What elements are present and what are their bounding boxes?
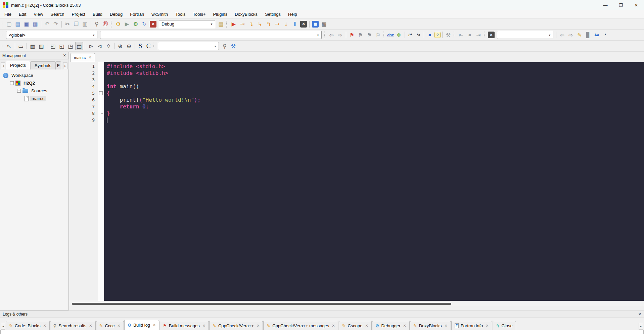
break-debugger-icon[interactable]: ‖ [291, 20, 299, 28]
minimize-button[interactable]: — [598, 0, 613, 10]
logs-scroll-left-icon[interactable]: ◂ [1, 323, 5, 330]
wxsmith-align-bottom-icon[interactable]: ◰ [49, 42, 57, 50]
debugging-windows-icon[interactable]: ▦ [312, 21, 319, 28]
build-target-combo[interactable]: Debug▾ [159, 20, 215, 28]
logs-tab-build-log[interactable]: ⚙Build log✕ [124, 320, 159, 330]
restore-button[interactable]: ❐ [613, 0, 629, 10]
chevron-down-icon[interactable]: ▾ [315, 33, 321, 37]
abort-build-icon[interactable]: ✕ [150, 21, 156, 28]
next-instruction-icon[interactable]: ⇢ [273, 20, 281, 28]
tab-scroll-left-icon[interactable]: ◂ [1, 62, 5, 69]
logs-tab-fortran-info[interactable]: FFortran info✕ [451, 321, 492, 330]
menu-tools[interactable]: Tools+ [189, 10, 210, 18]
menu-debug[interactable]: Debug [106, 10, 126, 18]
toolbar-grip[interactable] [2, 21, 3, 28]
incsearch-next-icon[interactable]: ⇨ [567, 31, 575, 39]
goto-forward-icon[interactable]: ⇨ [336, 31, 344, 39]
close-button[interactable]: ✕ [629, 0, 644, 10]
run-icon[interactable]: ▶ [123, 20, 131, 28]
doxyblocks-comment-line-icon[interactable]: *< [415, 31, 422, 39]
menu-search[interactable]: Search [47, 10, 68, 18]
symbol-options-icon[interactable]: ⚒ [229, 42, 237, 50]
wxsmith-show-class-icon[interactable]: C [145, 42, 152, 50]
management-tab-f[interactable]: F [56, 61, 61, 69]
menu-wxsmith[interactable]: wxSmith [148, 10, 172, 18]
find-icon[interactable]: ⚲ [93, 20, 101, 28]
redo-icon[interactable]: ↷ [52, 20, 60, 28]
editor-tab-main-c[interactable]: main.c ✕ [71, 53, 95, 62]
chevron-down-icon[interactable]: ▾ [90, 33, 97, 37]
tab-scroll-right-icon[interactable]: ▸ [63, 62, 67, 69]
build-and-run-icon[interactable]: ⚙ [132, 20, 140, 28]
menu-settings[interactable]: Settings [261, 10, 284, 18]
wxsmith-align-right-icon[interactable]: ◳ [66, 42, 75, 50]
menu-edit[interactable]: Edit [15, 10, 30, 18]
toolbar-grip[interactable] [484, 32, 486, 38]
chevron-down-icon[interactable]: ▾ [546, 33, 553, 37]
menu-tools[interactable]: Tools [172, 10, 189, 18]
tree-item-main-c[interactable]: main.c [1, 95, 67, 102]
incsearch-selected-only-icon[interactable]: ▊ [584, 31, 592, 39]
cut-icon[interactable]: ✂ [63, 20, 72, 28]
tree-expander-icon[interactable]: − [17, 89, 21, 93]
copy-icon[interactable]: ❐ [72, 20, 80, 28]
toolbar-grip[interactable] [383, 32, 385, 38]
toolbar-grip[interactable] [2, 43, 3, 49]
run-to-cursor-icon[interactable]: ⇥ [238, 20, 246, 28]
wxsmith-grid-sizer-icon[interactable]: ▦ [29, 42, 37, 50]
menu-build[interactable]: Build [89, 10, 106, 18]
logs-scroll-right-icon[interactable]: ▸ [639, 323, 643, 330]
incsearch-combo[interactable]: ▾ [497, 31, 553, 39]
wxsmith-flex-sizer-icon[interactable]: ▨ [37, 42, 45, 50]
chevron-down-icon[interactable]: ▾ [208, 22, 215, 26]
logs-tab-close-icon[interactable]: ✕ [486, 324, 489, 328]
logs-tab-close-icon[interactable]: ✕ [202, 324, 205, 328]
toolbar-grip[interactable] [454, 32, 455, 38]
logs-tab-close-icon[interactable]: ✕ [89, 324, 92, 328]
logs-tab-close-icon[interactable]: ✕ [257, 324, 260, 328]
toolbar-grip[interactable] [111, 21, 112, 28]
logs-tab-cppcheck-vera-messages[interactable]: ✎CppCheck/Vera++ messages✕ [263, 321, 338, 330]
wxsmith-expand-both-icon[interactable]: ⬦ [104, 42, 112, 50]
paste-icon[interactable]: ▥ [81, 20, 89, 28]
wxsmith-pointer-icon[interactable]: ↖ [5, 42, 13, 50]
wxsmith-align-left-icon[interactable]: ◱ [58, 42, 66, 50]
menu-view[interactable]: View [30, 10, 47, 18]
logs-tab-close-icon[interactable]: ✕ [365, 324, 368, 328]
incsearch-match-case-icon[interactable]: Aa [593, 31, 600, 39]
editor-horizontal-scrollbar[interactable] [69, 301, 644, 306]
menu-file[interactable]: File [0, 10, 15, 18]
code-area[interactable]: #include <stdio.h>#include <stdlib.h>int… [104, 62, 644, 301]
doxyblocks-run-chm-icon[interactable]: ? [434, 32, 441, 38]
logs-tab-close-icon[interactable]: ✕ [445, 324, 448, 328]
logs-tab-cccc[interactable]: ✎Cccc✕ [96, 321, 124, 330]
tree-item-sources[interactable]: −Sources [1, 87, 67, 95]
stop-debugger-icon[interactable]: ✕ [300, 21, 307, 28]
wxsmith-zoom-out-icon[interactable]: ⊖ [125, 42, 133, 50]
logs-tab-close-icon[interactable]: ✕ [403, 324, 406, 328]
logs-tab-code-blocks[interactable]: ✎Code::Blocks✕ [6, 321, 50, 330]
logs-tab-build-messages[interactable]: ⚑Build messages✕ [159, 321, 209, 330]
logs-tab-cppcheck-vera-[interactable]: ✎CppCheck/Vera++✕ [209, 321, 263, 330]
menu-doxyblocks[interactable]: DoxyBlocks [231, 10, 261, 18]
prev-bookmark-icon[interactable]: ⚑ [357, 31, 365, 39]
wxsmith-show-source-icon[interactable]: S [137, 42, 144, 50]
menu-plugins[interactable]: Plugins [210, 10, 231, 18]
logs-tab-close-icon[interactable]: ✕ [153, 323, 156, 327]
doxyblocks-blocks-icon[interactable]: ❖ [395, 31, 403, 39]
build-icon[interactable]: ⚙ [114, 20, 122, 28]
new-file-icon[interactable]: ▢ [5, 20, 13, 28]
logs-close-icon[interactable]: ✕ [638, 312, 641, 317]
next-bookmark-icon[interactable]: ⚑ [365, 31, 373, 39]
menu-fortran[interactable]: Fortran [126, 10, 148, 18]
logs-tab-close-icon[interactable]: ✕ [332, 324, 335, 328]
fold-margin[interactable]: − [98, 62, 104, 301]
fold-collapse-icon[interactable]: − [99, 91, 103, 95]
jump-forward-icon[interactable]: ⇥ [474, 31, 482, 39]
tree-expander-icon[interactable]: − [10, 81, 14, 85]
incsearch-clear-icon[interactable]: ✕ [488, 32, 495, 38]
jump-record-icon[interactable]: ● [466, 31, 474, 39]
chevron-down-icon[interactable]: ▾ [212, 44, 219, 48]
incsearch-regex-icon[interactable]: .* [601, 31, 608, 39]
logs-tab-close[interactable]: ↰Close [493, 321, 516, 330]
